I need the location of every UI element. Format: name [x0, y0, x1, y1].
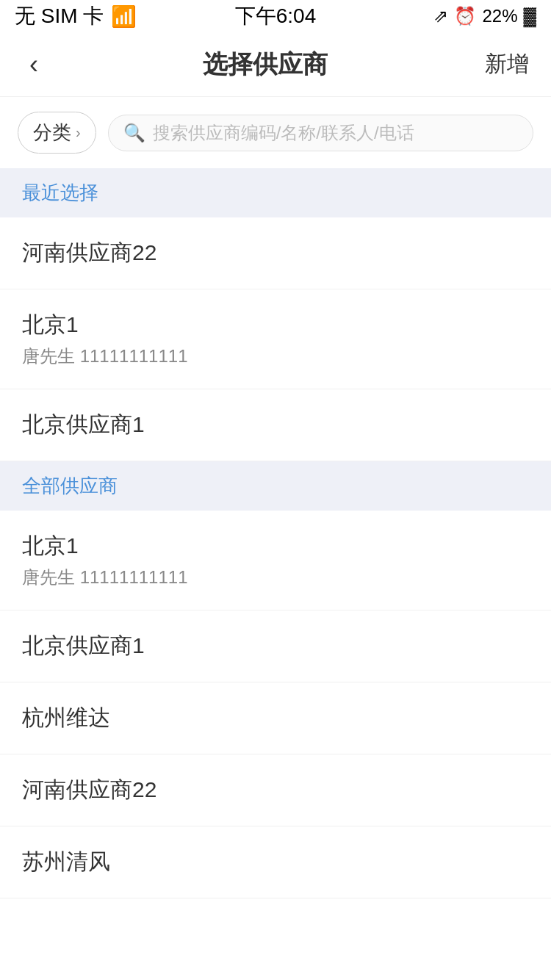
new-add-button[interactable]: 新增 [485, 49, 529, 79]
item-name: 北京1 [22, 310, 529, 340]
list-item[interactable]: 北京1唐先生 11111111111 [0, 511, 551, 610]
item-name: 杭州维达 [22, 703, 529, 733]
category-label: 分类 [33, 120, 71, 145]
item-name: 北京供应商1 [22, 631, 529, 661]
location-icon: ⇗ [433, 6, 448, 26]
no-sim-label: 无 SIM 卡 [15, 2, 104, 30]
search-icon: 🔍 [123, 123, 145, 143]
recent-list: 河南供应商22北京1唐先生 11111111111北京供应商1 [0, 217, 551, 461]
chevron-right-icon: › [76, 124, 81, 141]
item-name: 北京供应商1 [22, 410, 529, 440]
list-item[interactable]: 杭州维达 [0, 682, 551, 754]
status-left: 无 SIM 卡 📶 [15, 2, 137, 30]
list-item[interactable]: 北京供应商1 [0, 389, 551, 461]
category-button[interactable]: 分类 › [18, 112, 96, 154]
all-section-label: 全部供应商 [22, 475, 118, 497]
item-name: 河南供应商22 [22, 238, 529, 268]
battery-label: 22% [482, 6, 517, 26]
list-item[interactable]: 河南供应商22 [0, 217, 551, 289]
item-sub: 唐先生 11111111111 [22, 566, 529, 589]
recent-section-label: 最近选择 [22, 181, 98, 203]
item-name: 苏州清风 [22, 847, 529, 877]
page-title: 选择供应商 [203, 48, 328, 82]
list-item[interactable]: 北京1唐先生 11111111111 [0, 289, 551, 389]
item-name: 北京1 [22, 531, 529, 561]
status-bar: 无 SIM 卡 📶 下午6:04 ⇗ ⏰ 22% ▓ [0, 0, 551, 32]
list-item[interactable]: 河南供应商22 [0, 754, 551, 826]
item-sub: 唐先生 11111111111 [22, 345, 529, 368]
search-input[interactable] [153, 123, 518, 143]
recent-section-header: 最近选择 [0, 168, 551, 217]
back-button[interactable]: ‹ [22, 42, 46, 87]
status-right: ⇗ ⏰ 22% ▓ [433, 6, 536, 26]
nav-bar: ‹ 选择供应商 新增 [0, 32, 551, 97]
list-item[interactable]: 苏州清风 [0, 826, 551, 898]
all-list: 北京1唐先生 11111111111北京供应商1杭州维达河南供应商22苏州清风 [0, 511, 551, 898]
status-time: 下午6:04 [235, 2, 317, 30]
filter-bar: 分类 › 🔍 [0, 97, 551, 168]
wifi-icon: 📶 [111, 4, 137, 29]
list-item[interactable]: 北京供应商1 [0, 610, 551, 682]
item-name: 河南供应商22 [22, 775, 529, 805]
search-box[interactable]: 🔍 [108, 115, 533, 151]
all-section-header: 全部供应商 [0, 461, 551, 511]
alarm-icon: ⏰ [454, 6, 476, 26]
battery-icon: ▓ [524, 6, 537, 26]
